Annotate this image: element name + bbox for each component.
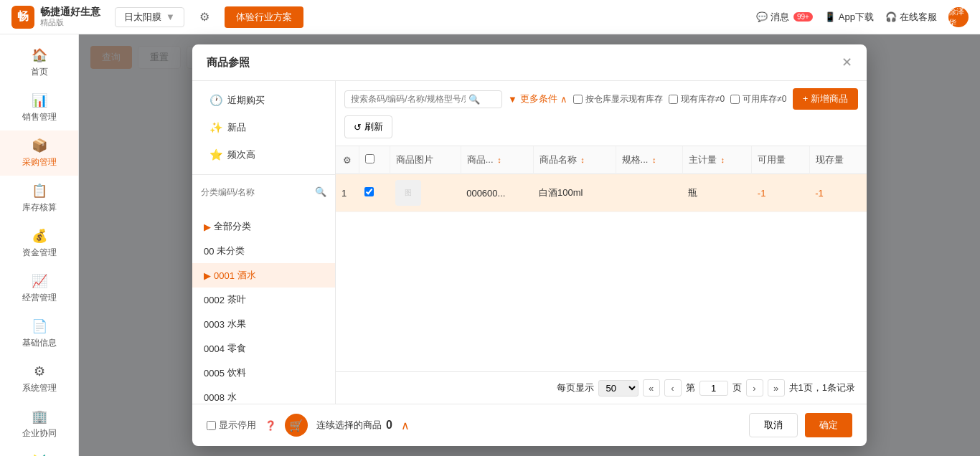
sort-name-icon: ↕	[580, 156, 585, 164]
available-nonzero-checkbox[interactable]: 可用库存≠0	[730, 93, 786, 105]
logo-area: 畅 畅捷通好生意 精品版	[11, 6, 100, 29]
app-download-item[interactable]: 📱 App下载	[824, 11, 874, 24]
col-code[interactable]: 商品... ↕	[461, 146, 533, 174]
collapse-icon[interactable]: ∧	[401, 419, 410, 432]
row-image: 图	[390, 174, 461, 212]
enterprise-icon: 🏢	[32, 409, 47, 424]
refresh-icon: ↺	[354, 122, 362, 133]
pagination: 每页显示 50 100 « ‹ 第	[336, 371, 867, 404]
sidebar-item-finance[interactable]: 💰 资金管理	[0, 221, 78, 266]
sales-icon: 📊	[32, 92, 47, 108]
category-0002[interactable]: 0002 茶叶	[192, 288, 335, 312]
col-image: 商品图片	[390, 146, 461, 174]
nav-right: 💬 消息 99+ 📱 App下载 🎧 在线客服 徐泽华	[756, 7, 969, 27]
category-0001[interactable]: ▶ 0001 酒水	[192, 263, 335, 288]
table-row[interactable]: 1 图 000600... 白酒100ml	[336, 174, 867, 212]
sidebar-item-inventory[interactable]: 📋 库存核算	[0, 176, 78, 221]
branch-dropdown[interactable]: 日太阳膜 ▼	[115, 7, 184, 27]
per-page-select[interactable]: 50 100	[598, 380, 639, 396]
recent-purchase-item[interactable]: 🕐 近期购买	[201, 88, 326, 113]
trial-button[interactable]: 体验行业方案	[225, 6, 303, 28]
inventory-icon: 📋	[32, 183, 47, 199]
new-icon: ✨	[209, 121, 223, 134]
sidebar-item-home[interactable]: 🏠 首页	[0, 40, 78, 85]
basic-icon: 📄	[32, 318, 47, 334]
select-all-checkbox[interactable]	[365, 154, 374, 163]
col-name[interactable]: 商品名称 ↕	[533, 146, 616, 174]
modal-close-button[interactable]: ✕	[842, 54, 852, 70]
sidebar: 🏠 首页 📊 销售管理 📦 采购管理 📋 库存核算 💰 资金管理 📈 经营管理 …	[0, 34, 79, 456]
prev-page-button[interactable]: ‹	[664, 379, 682, 396]
sort-code-icon: ↕	[497, 156, 501, 164]
footer-actions: 取消 确定	[749, 413, 852, 437]
category-00[interactable]: 00 未分类	[192, 239, 335, 263]
sidebar-item-sales[interactable]: 📊 销售管理	[0, 85, 78, 130]
sort-spec-icon: ↕	[652, 156, 656, 164]
content-area: 查询 重置 刷新 商品参照 ✕ 🕐	[79, 34, 980, 456]
clock-icon: 🕐	[209, 94, 223, 107]
product-search-input[interactable]	[351, 94, 466, 104]
refresh-button[interactable]: ↺ 刷新	[344, 115, 392, 138]
online-service-item[interactable]: 🎧 在线客服	[885, 11, 937, 24]
more-filter-button[interactable]: ▼ 更多条件 ∧	[508, 92, 567, 105]
left-panel-top: 🕐 近期购买 ✨ 新品 ⭐ 频次高	[192, 81, 335, 175]
star-icon: ⭐	[209, 148, 223, 161]
sidebar-item-system[interactable]: ⚙ 系统管理	[0, 356, 78, 402]
col-available: 可用量	[752, 146, 809, 174]
sidebar-item-basic[interactable]: 📄 基础信息	[0, 311, 78, 356]
category-all[interactable]: ▶ 全部分类	[192, 214, 335, 239]
modal-footer: 显示停用 ❓ 🛒 连续选择的商品 0 ∧ 取消 确定	[192, 404, 867, 446]
settings-icon[interactable]: ⚙	[193, 6, 216, 29]
help-icon[interactable]: ❓	[265, 420, 276, 431]
category-0005[interactable]: 0005 饮料	[192, 361, 335, 385]
category-search-input[interactable]	[201, 187, 311, 197]
first-page-button[interactable]: «	[643, 379, 660, 396]
col-unit[interactable]: 主计量 ↕	[682, 146, 751, 174]
col-settings[interactable]: ⚙	[336, 146, 359, 174]
product-table: ⚙ 商品图片 商品...	[336, 146, 867, 212]
category-search: 🔍	[192, 181, 335, 203]
cart-icon[interactable]: 🛒	[285, 414, 308, 437]
row-checkbox[interactable]	[359, 174, 390, 212]
sidebar-item-operation[interactable]: 📈 经营管理	[0, 266, 78, 311]
category-0003[interactable]: 0003 水果	[192, 312, 335, 336]
confirm-button[interactable]: 确定	[805, 413, 852, 437]
col-spec[interactable]: 规格... ↕	[616, 146, 682, 174]
last-page-button[interactable]: »	[768, 379, 785, 396]
selected-info: 连续选择的商品 0	[316, 419, 392, 432]
expand-icon: ▶	[204, 222, 211, 232]
operation-icon: 📈	[32, 273, 47, 289]
logo-sub: 精品版	[40, 17, 100, 28]
category-0004[interactable]: 0004 零食	[192, 336, 335, 361]
new-product-item[interactable]: ✨ 新品	[201, 115, 326, 140]
search-bar: 🔍 ▼ 更多条件 ∧ 按仓库显示现有库存	[336, 81, 867, 146]
filter-arrow-icon: ∧	[560, 94, 567, 105]
show-disabled-checkbox[interactable]: 显示停用	[207, 419, 256, 432]
sidebar-item-guide[interactable]: 🔰 新手引导	[0, 447, 78, 456]
purchase-icon: 📦	[32, 138, 47, 153]
search-input-wrap: 🔍	[344, 90, 502, 108]
sidebar-item-enterprise[interactable]: 🏢 企业协同	[0, 402, 78, 447]
headset-icon: 🎧	[885, 11, 897, 22]
row-spec	[616, 174, 682, 212]
messages-item[interactable]: 💬 消息 99+	[756, 11, 813, 24]
category-list: ▶ 全部分类 00 未分类 ▶ 0001 酒水	[192, 209, 335, 404]
page-number-input[interactable]	[699, 381, 728, 396]
next-page-button[interactable]: ›	[746, 379, 763, 396]
modal-title: 商品参照	[207, 56, 250, 70]
search-icon[interactable]: 🔍	[468, 94, 480, 105]
top-nav: 畅 畅捷通好生意 精品版 日太阳膜 ▼ ⚙ 体验行业方案 💬 消息 99+ 📱 …	[0, 0, 980, 34]
sort-unit-icon: ↕	[721, 156, 725, 164]
modal-overlay: 商品参照 ✕ 🕐 近期购买 ✨ 新	[79, 34, 980, 456]
col-stock: 现存量	[809, 146, 867, 174]
cancel-button[interactable]: 取消	[749, 413, 798, 437]
warehouse-stock-checkbox[interactable]: 按仓库显示现有库存	[573, 93, 663, 105]
category-search-icon[interactable]: 🔍	[315, 186, 326, 197]
nonzero-stock-checkbox[interactable]: 现有库存≠0	[669, 93, 725, 105]
add-product-button[interactable]: + 新增商品	[793, 88, 858, 110]
category-0008[interactable]: 0008 水	[192, 385, 335, 404]
frequent-item[interactable]: ⭐ 频次高	[201, 143, 326, 167]
user-item[interactable]: 徐泽华	[948, 7, 969, 27]
message-icon: 💬	[756, 11, 768, 22]
sidebar-item-purchase[interactable]: 📦 采购管理	[0, 130, 78, 176]
